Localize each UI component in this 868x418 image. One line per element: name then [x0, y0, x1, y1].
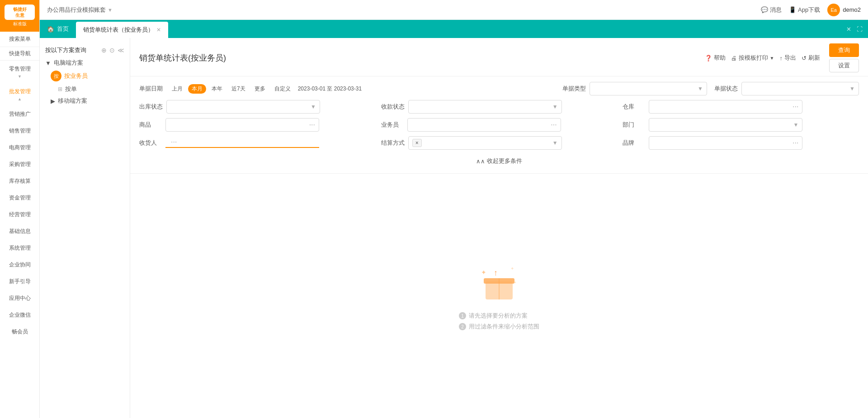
chevron-down-icon: ▼ [552, 140, 558, 146]
logo-sub: 标准版 [5, 21, 35, 27]
close-icon[interactable]: ✕ [156, 27, 161, 33]
collapse-button[interactable]: ∧∧ 收起更多条件 [139, 154, 859, 168]
date-tab-more[interactable]: 更多 [251, 84, 269, 94]
empty-illustration: ✦ ✦ ✦ ↑ [476, 261, 522, 306]
salesperson-select[interactable]: ··· [407, 118, 561, 132]
chevron-down-icon: ▼ [18, 74, 22, 79]
warehouse-label: 仓库 [623, 103, 645, 111]
user-avatar[interactable]: Ea demo2 [827, 4, 861, 16]
left-panel-title: 按以下方案查询 ⊕ ⊙ ≪ [40, 43, 130, 57]
hint-item-1: 1 请先选择要分析的方案 [459, 312, 528, 320]
settings-button[interactable]: 设置 [829, 59, 859, 72]
settlement-select[interactable]: × ▼ [408, 136, 562, 150]
tab-sales-stat[interactable]: 销货单统计表（按业务员） ✕ [76, 22, 168, 38]
tabbar: 🏠 首页 销货单统计表（按业务员） ✕ ✕ ⛶ [40, 20, 868, 38]
shortcut-nav[interactable]: 快捷导航 [0, 47, 39, 61]
query-button[interactable]: 查询 [829, 43, 859, 57]
print-button[interactable]: 🖨 按模板打印 ▼ [731, 54, 774, 62]
brand-select[interactable]: ··· [649, 136, 802, 150]
empty-svg: ✦ ✦ ✦ ↑ [476, 261, 522, 306]
main-area: 办公用品行业模拟账套 ▼ 💬 消息 📱 App下载 Ea demo2 🏠 首页 … [40, 0, 868, 418]
chevron-up-icon: ▲ [18, 97, 22, 101]
receipt-status-select[interactable]: ▼ [408, 100, 562, 114]
svg-text:✦: ✦ [510, 266, 514, 271]
filter-row-2: 出库状态 ▼ 收款状态 ▼ 仓库 [139, 100, 859, 114]
doc-type-select[interactable]: ▼ [590, 82, 707, 95]
sidebar-item-finance[interactable]: 资金管理 [0, 190, 39, 206]
sidebar-item-wholesale[interactable]: 批发管理 ▲ [0, 83, 39, 106]
svg-text:✦: ✦ [481, 269, 486, 276]
collapse-panel-button[interactable]: ≪ [118, 47, 124, 54]
message-button[interactable]: 💬 消息 [761, 6, 782, 14]
sidebar-item-sales[interactable]: 销售管理 [0, 123, 39, 139]
sidebar-item-retail[interactable]: 零售管理 ▼ [0, 61, 39, 83]
x-tag[interactable]: × [412, 139, 422, 147]
dots-icon: ··· [309, 121, 315, 129]
out-status-select[interactable]: ▼ [166, 100, 320, 114]
maximise-icon[interactable]: ⛶ [857, 26, 863, 33]
sidebar-item-collab[interactable]: 企业协同 [0, 256, 39, 273]
sidebar-item-ecommerce[interactable]: 电商管理 [0, 139, 39, 156]
hint-item-2: 2 用过滤条件来缩小分析范围 [459, 323, 539, 331]
avatar: Ea [827, 4, 840, 16]
message-icon: 💬 [761, 6, 768, 13]
search-menu[interactable]: 搜索菜单 [0, 32, 39, 47]
dots-icon: ··· [171, 138, 177, 146]
doc-status-label: 单据状态 [714, 85, 738, 93]
sidebar-item-system[interactable]: 系统管理 [0, 240, 39, 256]
left-panel: 按以下方案查询 ⊕ ⊙ ≪ ▼ 电脑端方案 按 按业务员 ⊞ 按单 ▶ [40, 38, 130, 418]
account-dropdown[interactable]: 办公用品行业模拟账套 ▼ [47, 6, 113, 14]
date-range-display: 2023-03-01 至 2023-03-31 [298, 85, 362, 93]
refresh-icon: ↺ [802, 55, 807, 62]
date-tab-custom[interactable]: 自定义 [271, 84, 294, 94]
goods-label: 商品 [139, 121, 162, 129]
active-indicator: 按 [51, 71, 61, 81]
tree-item-by-order[interactable]: ⊞ 按单 [40, 83, 130, 95]
doc-status-select[interactable]: ▼ [741, 82, 859, 95]
sidebar-item-wechat[interactable]: 企业微信 [0, 307, 39, 323]
brand-label: 品牌 [623, 139, 645, 147]
close-window-icon[interactable]: ✕ [846, 26, 851, 33]
filter-row-3: 商品 ··· 业务员 ··· 部门 [139, 118, 859, 132]
sidebar-item-newbie[interactable]: 新手引导 [0, 273, 39, 290]
date-tab-lastmonth[interactable]: 上月 [168, 84, 186, 94]
help-icon: ❓ [705, 55, 712, 62]
add-scheme-button[interactable]: ⊕ [101, 47, 107, 54]
help-button[interactable]: ❓ 帮助 [705, 54, 726, 62]
logo-inner: 畅捷好生意 [5, 5, 35, 20]
sidebar-item-appcenter[interactable]: 应用中心 [0, 290, 39, 307]
sidebar-item-operations[interactable]: 经营管理 [0, 206, 39, 223]
topbar: 办公用品行业模拟账套 ▼ 💬 消息 📱 App下载 Ea demo2 [40, 0, 868, 20]
sidebar-item-basic[interactable]: 基础信息 [0, 223, 39, 240]
sidebar-item-inventory[interactable]: 库存核算 [0, 173, 39, 190]
chevron-down-icon: ▼ [793, 122, 798, 128]
page-title: 销货单统计表(按业务员) [139, 52, 226, 63]
export-icon: ↑ [780, 55, 783, 62]
tab-home[interactable]: 🏠 首页 [40, 20, 76, 38]
refresh-button[interactable]: ↺ 刷新 [802, 54, 820, 62]
sidebar-item-marketing[interactable]: 营销推广 [0, 106, 39, 123]
dots-icon: ··· [793, 103, 798, 111]
filter-area: 单据日期 上月 本月 本年 近7天 更多 自定义 2023-03-01 至 20… [130, 76, 868, 174]
export-button[interactable]: ↑ 导出 [780, 54, 797, 62]
empty-state: ✦ ✦ ✦ ↑ 1 请先选择要分析的方案 2 用过滤条件来缩小分析范围 [130, 174, 868, 418]
sidebar-item-purchase[interactable]: 采购管理 [0, 156, 39, 173]
tree-mobile[interactable]: ▶ 移动端方案 [40, 95, 130, 107]
tree-desktop[interactable]: ▼ 电脑端方案 [40, 57, 130, 69]
right-panel: 销货单统计表(按业务员) ❓ 帮助 🖨 按模板打印 ▼ ↑ 导出 [130, 38, 868, 418]
date-tab-7days[interactable]: 近7天 [228, 84, 249, 94]
goods-select[interactable]: ··· [165, 118, 319, 132]
app-download-button[interactable]: 📱 App下载 [789, 6, 820, 14]
page-header: 销货单统计表(按业务员) ❓ 帮助 🖨 按模板打印 ▼ ↑ 导出 [130, 38, 868, 76]
tree-item-by-salesperson[interactable]: 按 按业务员 [40, 69, 130, 83]
date-label: 单据日期 [139, 85, 163, 93]
date-tab-thisyear[interactable]: 本年 [208, 84, 226, 94]
sidebar-item-member[interactable]: 畅会员 [0, 323, 39, 340]
content: 按以下方案查询 ⊕ ⊙ ≪ ▼ 电脑端方案 按 按业务员 ⊞ 按单 ▶ [40, 38, 868, 418]
dept-select[interactable]: ▼ [649, 118, 802, 132]
warehouse-select[interactable]: ··· [649, 100, 802, 114]
edit-scheme-button[interactable]: ⊙ [109, 47, 115, 54]
date-tab-thismonth[interactable]: 本月 [188, 84, 206, 94]
receiver-input-wrap[interactable]: ··· [165, 138, 319, 148]
dept-label: 部门 [623, 121, 645, 129]
